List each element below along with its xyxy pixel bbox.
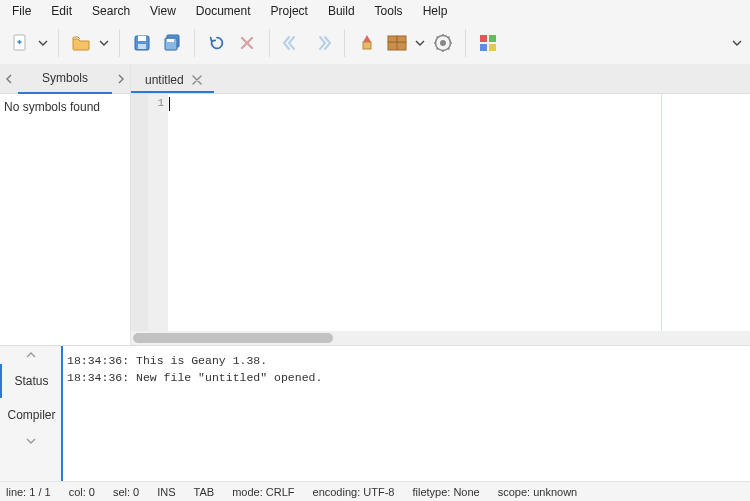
toolbar-separator [344,29,345,57]
build-dropdown[interactable] [413,29,427,57]
status-encoding: encoding: UTF-8 [313,486,395,498]
sidebar-body: No symbols found [0,94,130,345]
main-area: Symbols No symbols found untitled 1 [0,64,750,345]
menu-document[interactable]: Document [188,2,259,20]
svg-line-19 [437,37,439,39]
message-window[interactable]: 18:34:36: This is Geany 1.38. 18:34:36: … [61,346,750,481]
status-line: line: 1 / 1 [6,486,51,498]
editor-area: untitled 1 [131,64,750,345]
toolbar-separator [58,29,59,57]
text-area[interactable] [168,94,750,331]
menu-bar: File Edit Search View Document Project B… [0,0,750,22]
svg-rect-2 [138,36,146,41]
status-scope: scope: unknown [498,486,578,498]
bottom-next-button[interactable] [0,432,61,450]
status-sel: sel: 0 [113,486,139,498]
close-tab-icon[interactable] [192,75,202,85]
nav-forward-button[interactable] [308,29,336,57]
svg-marker-7 [363,35,371,42]
scrollbar-thumb[interactable] [133,333,333,343]
status-mode: mode: CRLF [232,486,294,498]
folding-margin [131,94,148,331]
svg-line-22 [437,48,439,50]
document-tab-untitled[interactable]: untitled [131,68,214,93]
status-bar: line: 1 / 1 col: 0 sel: 0 INS TAB mode: … [0,481,750,501]
menu-edit[interactable]: Edit [43,2,80,20]
status-filetype: filetype: None [412,486,479,498]
toolbar-overflow[interactable] [730,29,744,57]
status-tab: TAB [194,486,215,498]
svg-rect-3 [138,44,146,49]
build-button[interactable] [383,29,411,57]
open-file-dropdown[interactable] [97,29,111,57]
revert-button[interactable] [203,29,231,57]
sidebar-tab-symbols[interactable]: Symbols [18,64,112,94]
bottom-tabs: Status Compiler [0,346,61,481]
horizontal-scrollbar[interactable] [131,331,750,345]
menu-view[interactable]: View [142,2,184,20]
editor[interactable]: 1 [131,94,750,331]
sidebar-tabs: Symbols [0,64,130,94]
document-tabs: untitled [131,64,750,94]
close-button[interactable] [233,29,261,57]
svg-point-14 [440,40,446,46]
toolbar [0,22,750,64]
menu-build[interactable]: Build [320,2,363,20]
color-chooser-button[interactable] [474,29,502,57]
toolbar-separator [119,29,120,57]
run-button[interactable] [429,29,457,57]
menu-project[interactable]: Project [263,2,316,20]
nav-back-button[interactable] [278,29,306,57]
message-line: 18:34:36: This is Geany 1.38. [67,352,746,369]
new-file-button[interactable] [6,29,34,57]
line-number: 1 [148,97,164,109]
svg-rect-10 [388,36,397,42]
menu-help[interactable]: Help [415,2,456,20]
toolbar-separator [465,29,466,57]
toolbar-separator [194,29,195,57]
save-button[interactable] [128,29,156,57]
menu-file[interactable]: File [4,2,39,20]
caret [169,97,170,111]
bottom-tab-compiler[interactable]: Compiler [0,398,61,432]
compile-button[interactable] [353,29,381,57]
toolbar-separator [269,29,270,57]
save-all-button[interactable] [158,29,186,57]
status-ins: INS [157,486,175,498]
sidebar: Symbols No symbols found [0,64,131,345]
status-col: col: 0 [69,486,95,498]
document-tab-label: untitled [145,73,184,87]
svg-rect-25 [480,44,487,51]
menu-search[interactable]: Search [84,2,138,20]
open-file-button[interactable] [67,29,95,57]
svg-rect-26 [489,44,496,51]
bottom-panel: Status Compiler 18:34:36: This is Geany … [0,345,750,481]
long-line-marker [661,94,662,331]
message-line: 18:34:36: New file "untitled" opened. [67,369,746,386]
menu-tools[interactable]: Tools [367,2,411,20]
new-file-dropdown[interactable] [36,29,50,57]
svg-line-20 [448,48,450,50]
sidebar-prev-button[interactable] [0,64,18,94]
svg-rect-24 [489,35,496,42]
sidebar-next-button[interactable] [112,64,130,94]
svg-rect-11 [397,36,406,42]
svg-rect-6 [167,39,174,42]
svg-rect-23 [480,35,487,42]
bottom-prev-button[interactable] [0,346,61,364]
bottom-tab-status[interactable]: Status [0,364,61,398]
line-number-gutter: 1 [148,94,168,331]
svg-line-21 [448,37,450,39]
svg-rect-8 [363,42,371,49]
